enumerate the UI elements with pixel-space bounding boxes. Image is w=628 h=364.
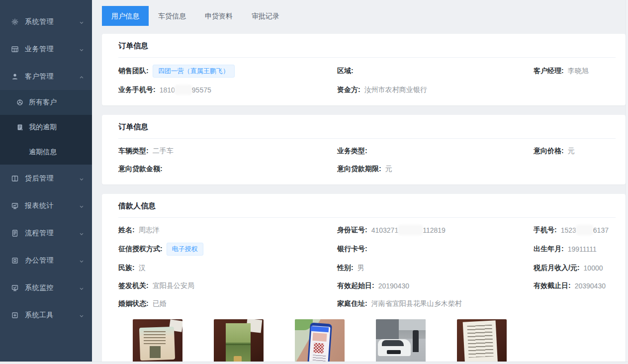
field-vehicle-type: 车辆类型: 二手车 — [118, 146, 337, 157]
sidebar-item-label: 业务管理 — [25, 45, 54, 54]
document-icon — [11, 229, 19, 237]
card-title: 订单信息 — [118, 34, 616, 58]
chevron-down-icon — [79, 257, 84, 265]
sidebar-item-label: 所有客户 — [29, 98, 57, 107]
chevron-down-icon — [79, 18, 84, 26]
field-marital-status: 婚姻状态: 已婚 — [118, 298, 337, 309]
order-info-card-1: 订单信息 销售团队: 四团一营（直属王鹏飞） 区域: 客户经理: 李晓旭 业务手… — [102, 34, 626, 105]
horizontal-scrollbar-track[interactable] — [0, 362, 628, 364]
field-monthly-income: 税后月收入/元: 10000 — [534, 263, 616, 273]
sidebar-item-process-management[interactable]: 流程管理 — [0, 219, 92, 247]
sidebar-item-business-management[interactable]: 业务管理 — [0, 35, 92, 63]
id-card-photo-thumbnail[interactable] — [133, 319, 182, 364]
gear-icon — [11, 18, 19, 26]
notebook-icon — [16, 123, 24, 131]
field-home-address: 家庭住址: 河南省宜阳县花果山乡木柴村 — [337, 298, 534, 309]
tab-car-loan-info[interactable]: 车贷信息 — [149, 6, 195, 26]
tab-loan-application-docs[interactable]: 申贷资料 — [195, 6, 242, 26]
sales-team-tag[interactable]: 四团一营（直属王鹏飞） — [153, 65, 235, 78]
sidebar-item-system-tools[interactable]: 系统工具 — [0, 301, 92, 329]
credit-auth-phone-screenshot-thumbnail[interactable] — [295, 319, 345, 364]
detail-tabs: 用户信息 车贷信息 申贷资料 审批记录 — [102, 6, 628, 26]
customer-management-submenu: 所有客户 我的逾期 逾期信息 — [0, 90, 92, 165]
field-credit-auth-method: 征信授权方式: 电子授权 — [118, 243, 337, 256]
grid-icon — [11, 45, 19, 53]
tab-user-info[interactable]: 用户信息 — [102, 6, 149, 26]
user-icon — [11, 73, 19, 81]
person-with-car-photo-thumbnail[interactable] — [376, 319, 426, 364]
attachment-item: 村委会证明 — [457, 319, 507, 364]
sidebar-item-report-statistics[interactable]: 报表统计 — [0, 192, 92, 219]
field-valid-to: 有效截止日: 20390430 — [534, 280, 616, 291]
sidebar-item-label: 系统监控 — [25, 283, 54, 292]
sidebar-item-label: 我的逾期 — [29, 123, 57, 132]
sidebar-item-system-monitor[interactable]: 系统监控 — [0, 274, 92, 301]
field-valid-from: 有效起始日: 20190430 — [337, 280, 534, 291]
sidebar: 系统管理 业务管理 客户管理 — [0, 0, 92, 364]
field-business-type: 业务类型: — [337, 146, 534, 157]
monitor-check-icon — [11, 284, 19, 292]
sidebar-item-label: 逾期信息 — [29, 148, 57, 157]
field-birth-date: 出生年月: 19911111 — [534, 243, 616, 256]
box-plus-icon — [11, 311, 19, 319]
chevron-down-icon — [79, 312, 84, 320]
chevron-up-icon — [79, 73, 84, 81]
handwritten-document-photo-thumbnail[interactable] — [457, 319, 507, 364]
vertical-scrollbar-track[interactable] — [626, 0, 628, 364]
sidebar-item-label: 办公管理 — [25, 256, 54, 265]
field-id-number: 身份证号: 4103271112819 — [337, 225, 534, 236]
sidebar-item-label: 贷后管理 — [25, 174, 54, 183]
field-bank-card: 银行卡号: — [337, 243, 534, 256]
tab-approval-records[interactable]: 审批记录 — [242, 6, 289, 26]
card-title: 订单信息 — [118, 115, 616, 139]
field-intent-loan-term: 意向贷款期限: 元 — [337, 164, 534, 175]
redaction-mask — [399, 226, 422, 234]
attachment-item: 驾驶证照片 — [214, 319, 264, 364]
chevron-down-icon — [79, 284, 84, 292]
monitor-icon — [11, 202, 19, 210]
drivers-license-photo-thumbnail[interactable] — [214, 319, 264, 364]
field-issuing-authority: 签发机关: 宜阳县公安局 — [118, 280, 337, 291]
columns-icon — [11, 175, 19, 182]
borrower-info-card: 借款人信息 姓名: 周志洋 身份证号: 4103271112819 手机号: 1… — [102, 194, 626, 364]
credit-auth-tag[interactable]: 电子授权 — [167, 243, 203, 256]
field-gender: 性别: 男 — [337, 263, 534, 273]
field-ethnicity: 民族: 汉 — [118, 263, 337, 273]
field-sales-team: 销售团队: 四团一营（直属王鹏飞） — [118, 65, 337, 78]
field-funder: 资金方: 汝州市农村商业银行 — [337, 85, 534, 95]
chevron-down-icon — [79, 202, 84, 210]
sidebar-item-label: 流程管理 — [25, 229, 54, 238]
chevron-down-icon — [79, 230, 84, 238]
sidebar-item-office-management[interactable]: 办公管理 — [0, 247, 92, 274]
sidebar-item-label: 系统管理 — [25, 17, 54, 26]
main-content: 用户信息 车贷信息 申贷资料 审批记录 订单信息 销售团队: 四团一营（直属王鹏… — [92, 0, 628, 364]
attachment-item: 身份证照 — [133, 319, 182, 364]
square-icon — [11, 257, 19, 265]
field-name: 姓名: 周志洋 — [118, 225, 337, 236]
redaction-mask — [577, 226, 592, 234]
chevron-down-icon — [79, 175, 84, 183]
sidebar-item-system-management[interactable]: 系统管理 — [0, 8, 92, 35]
field-customer-manager: 客户经理: 李晓旭 — [534, 65, 616, 78]
sidebar-item-customer-management[interactable]: 客户管理 — [0, 63, 92, 90]
chevron-down-icon — [79, 46, 84, 54]
sidebar-item-label: 报表统计 — [25, 201, 54, 210]
redaction-mask — [176, 86, 191, 93]
sidebar-item-label: 客户管理 — [25, 72, 54, 81]
field-intent-price: 意向价格: 元 — [534, 146, 616, 157]
field-region: 区域: — [337, 65, 534, 78]
sidebar-item-postloan-management[interactable]: 贷后管理 — [0, 165, 92, 192]
field-mobile-phone: 手机号: 15236137 — [534, 225, 616, 236]
wheel-icon — [16, 98, 24, 106]
attachment-thumbnails: 身份证照 驾驶证照片 征信授权 — [133, 319, 616, 364]
sidebar-item-all-customers[interactable]: 所有客户 — [0, 90, 92, 115]
sidebar-item-my-overdue[interactable]: 我的逾期 — [0, 115, 92, 140]
sidebar-menu: 系统管理 业务管理 客户管理 — [0, 0, 92, 329]
card-title: 借款人信息 — [118, 194, 616, 218]
attachment-item: 征信授权 — [295, 319, 345, 364]
field-intent-loan-amount: 意向贷款金额: — [118, 164, 337, 175]
field-business-phone: 业务手机号: 181095575 — [118, 85, 337, 95]
attachment-item: 人车合影 — [376, 319, 426, 364]
sidebar-item-label: 系统工具 — [25, 311, 54, 320]
sidebar-item-overdue-info[interactable]: 逾期信息 — [0, 140, 92, 165]
